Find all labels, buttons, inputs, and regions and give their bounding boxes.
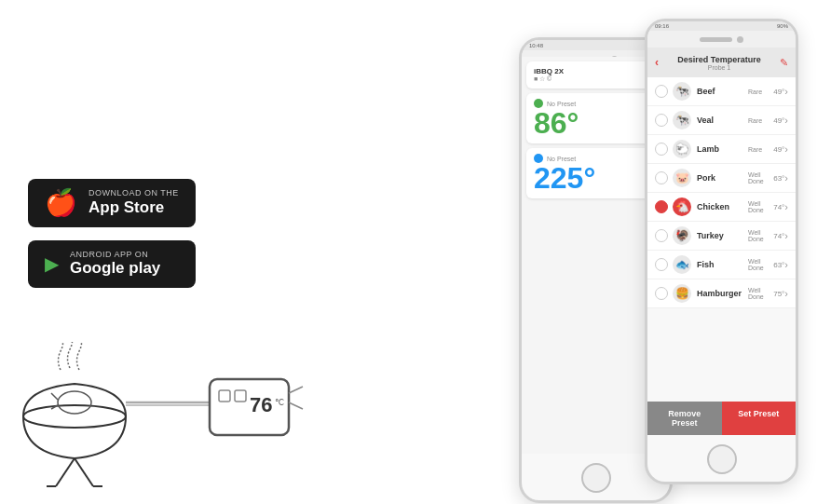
meat-name-1: Veal [697, 116, 748, 125]
apple-icon: 🍎 [45, 190, 77, 216]
meat-temp-0: 49° [773, 88, 784, 96]
svg-line-15 [289, 387, 303, 393]
meat-desc-3: Well Done [748, 171, 773, 184]
check-circle-0 [655, 85, 668, 98]
meat-item[interactable]: 🍔 Hamburger Well Done 75° › [647, 279, 796, 308]
remove-preset-btn[interactable]: Remove Preset [647, 402, 722, 435]
meat-icon-1: 🐄 [673, 111, 691, 129]
edit-icon-right[interactable]: ✎ [780, 57, 788, 69]
meat-item[interactable]: 🐔 Chicken Well Done 74° › [647, 193, 796, 222]
appstore-large-label: App Store [89, 198, 179, 217]
meat-icon-2: 🐑 [673, 140, 691, 158]
svg-point-0 [23, 405, 126, 428]
svg-rect-11 [219, 390, 230, 402]
chevron-right-icon-7: › [784, 288, 788, 299]
probe1-temp: 86° [534, 108, 658, 138]
meat-name-0: Beef [697, 87, 748, 96]
svg-rect-12 [235, 390, 246, 402]
probe2-temp: 225° [534, 163, 658, 193]
playstore-text: ANDROID APP ON Google play [70, 250, 160, 279]
device-name: iBBQ 2X [534, 67, 658, 75]
playstore-large-label: Google play [70, 259, 160, 278]
meat-list: 🐄 Beef Rare 49° › 🐄 Veal Rare 49° › 🐑 La… [647, 77, 796, 308]
meat-desc-2: Rare [748, 146, 773, 153]
appstore-text: DOWNLOAD ON THE App Store [89, 188, 179, 217]
chevron-right-icon-3: › [784, 172, 788, 184]
meat-temp-5: 74° [773, 232, 784, 240]
meat-temp-7: 75° [773, 290, 784, 298]
meat-name-7: Hamburger [697, 289, 748, 298]
meat-name-6: Fish [697, 260, 748, 269]
chevron-right-icon-2: › [784, 143, 788, 155]
meat-item[interactable]: 🦃 Turkey Well Done 74° › [647, 222, 796, 251]
svg-point-1 [58, 391, 91, 414]
speaker-right [700, 37, 732, 42]
phone-right: 09:16 90% ‹ Desired Temperature Probe 1 … [645, 19, 798, 484]
meat-temp-3: 63° [773, 174, 784, 183]
svg-line-16 [289, 402, 303, 409]
chevron-right-icon-5: › [784, 230, 788, 241]
time-left: 10:48 [529, 43, 543, 48]
meat-temp-2: 49° [773, 145, 784, 154]
meat-icon-0: 🐄 [673, 82, 691, 101]
meat-item[interactable]: 🐑 Lamb Rare 49° › [647, 135, 796, 164]
chevron-right-icon-1: › [784, 115, 788, 126]
meat-icon-4: 🐔 [673, 198, 691, 216]
phone-notch-right [647, 31, 796, 48]
meat-name-3: Pork [697, 173, 748, 183]
battery-right: 90% [777, 23, 788, 29]
meat-desc-5: Well Done [748, 229, 773, 242]
set-preset-btn[interactable]: Set Preset [722, 402, 797, 435]
check-circle-5 [655, 229, 668, 242]
check-circle-2 [655, 143, 668, 156]
play-icon: ▶ [45, 254, 59, 273]
time-right: 09:16 [655, 23, 669, 29]
meat-name-5: Turkey [697, 231, 748, 240]
chevron-right-icon-4: › [784, 201, 788, 212]
svg-line-2 [51, 393, 58, 400]
meat-temp-6: 63° [773, 261, 784, 269]
status-bar-right: 09:16 90% [647, 21, 796, 31]
device-sub: ■ ☆ © [534, 75, 658, 83]
meat-item[interactable]: 🐟 Fish Well Done 63° › [647, 251, 796, 279]
check-circle-4 [655, 200, 668, 213]
phone-left-btn2 [519, 133, 520, 152]
appstore-button[interactable]: 🍎 DOWNLOAD ON THE App Store [28, 179, 196, 226]
home-btn-left[interactable] [581, 463, 611, 493]
meat-item[interactable]: 🐄 Veal Rare 49° › [647, 106, 796, 135]
meat-icon-3: 🐷 [673, 169, 691, 187]
bbq-illustration: 76 ℃ [9, 342, 363, 495]
check-circle-3 [655, 171, 668, 184]
phones-section: 10:48 ■ ☆ © ≡ Home ⋮ iBBQ 2X ■ ☆ © [519, 19, 798, 503]
svg-line-4 [56, 458, 75, 486]
camera-right [737, 36, 743, 43]
meat-desc-0: Rare [748, 89, 773, 95]
svg-text:℃: ℃ [275, 398, 284, 407]
meat-icon-6: 🐟 [673, 255, 691, 274]
phone-left-btn4 [645, 115, 646, 133]
meat-icon-7: 🍔 [673, 284, 691, 303]
meat-icon-5: 🦃 [673, 226, 691, 245]
meat-desc-1: Rare [748, 117, 773, 124]
bbq-svg: 76 ℃ [9, 342, 363, 491]
meat-desc-6: Well Done [748, 258, 773, 271]
home-btn-right[interactable] [707, 444, 737, 474]
appstore-small-label: DOWNLOAD ON THE [89, 188, 179, 198]
meat-name-4: Chicken [697, 202, 748, 211]
svg-text:76: 76 [250, 393, 272, 416]
preset-buttons: Remove Preset Set Preset [647, 402, 796, 435]
chevron-right-icon-6: › [784, 259, 788, 270]
meat-desc-7: Well Done [748, 287, 773, 300]
meat-item[interactable]: 🐄 Beef Rare 49° › [647, 77, 796, 106]
playstore-small-label: ANDROID APP ON [70, 250, 160, 260]
check-circle-7 [655, 287, 668, 300]
phone-left-btn1 [519, 105, 520, 124]
chevron-right-icon-0: › [784, 86, 788, 97]
check-circle-6 [655, 258, 668, 271]
playstore-button[interactable]: ▶ ANDROID APP ON Google play [28, 240, 196, 288]
meat-temp-4: 74° [773, 203, 784, 211]
meat-desc-4: Well Done [748, 200, 773, 213]
app-title-right: Desired Temperature [659, 55, 780, 64]
meat-item[interactable]: 🐷 Pork Well Done 63° › [647, 164, 796, 193]
app-header-right: ‹ Desired Temperature Probe 1 ✎ [647, 48, 796, 77]
